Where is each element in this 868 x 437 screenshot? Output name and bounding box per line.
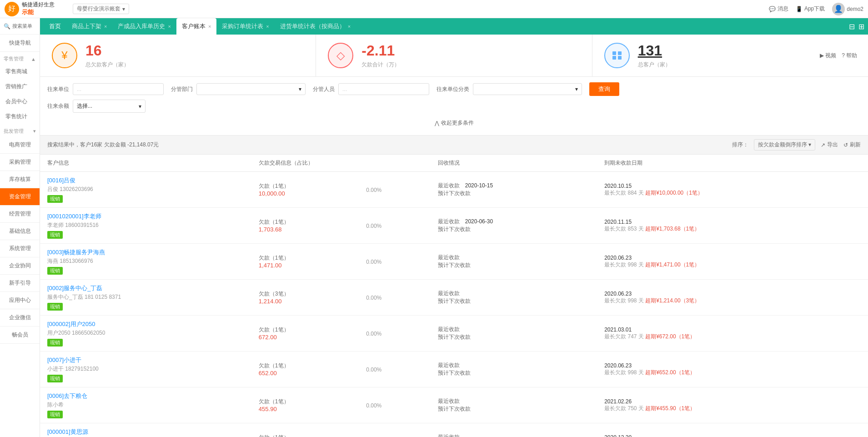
sidebar-item-finance[interactable]: 资金管理 [0,188,40,206]
tab-products-close[interactable]: × [104,24,107,29]
cell-customer-info-7: [000001]黄思源 黄思源 13552700226 现销 [40,423,251,437]
cell-due-date-1: 2020.11.15 最长欠款 853 天 超期¥1,703.68（1笔） [597,208,868,244]
tab-purchase-summary[interactable]: 采购订单统计表 × [216,18,274,35]
sidebar-item-vip[interactable]: 畅会员 [0,326,40,344]
sidebar-item-members[interactable]: 会员中心 [0,94,40,109]
sidebar-item-enterprise-wx[interactable]: 企业微信 [0,309,40,326]
store-selector[interactable]: 母婴行业演示账套 ▾ [73,4,129,14]
export-button[interactable]: ↗ 导出 [821,141,838,149]
help-label: 帮助 [846,52,857,60]
sidebar-item-retail-mgmt[interactable]: 零售管理 ▲ [0,52,40,64]
tab-customer-account-close[interactable]: × [208,24,211,29]
filter-unit-value: ... [77,86,81,92]
customer-table: 客户信息 欠款交易信息（占比） 回收情况 到期未收款日期 [0016]吕俊 吕俊… [40,155,868,437]
search-button[interactable]: 查询 [589,82,619,96]
filter-person-input[interactable]: ... [338,83,429,95]
customer-name-link-0[interactable]: [0016]吕俊 [47,177,75,184]
sidebar-item-retail-stats[interactable]: 零售统计 [0,109,40,124]
help-btn[interactable]: ? 帮助 [842,52,857,60]
sidebar-item-ecommerce[interactable]: 电商管理 [0,136,40,154]
tab-products[interactable]: 商品上下架 × [66,18,112,35]
overdue-link-0[interactable]: 超期¥10,000.00（1笔） [645,190,703,196]
members-label: 会员中心 [5,98,27,105]
overdue-amount-label: 欠款合计（万） [361,61,400,69]
debt-count-6: 欠款（1笔） [259,398,351,406]
tab-purchase-summary-close[interactable]: × [266,24,269,29]
top-bar-right: 💬 消息 📱 App下载 👤 demo2 [769,3,863,15]
sidebar-item-purchase[interactable]: 采购管理 [0,154,40,171]
cell-debt-count-0: 欠款（1笔） 10,000.00 [251,172,359,208]
app-download-button[interactable]: 📱 App下载 [796,5,825,13]
col-due-date: 到期未收款日期 [597,155,868,172]
filter-row-2: 往来余额 选择... ▾ [47,100,861,113]
overdue-link-3[interactable]: 超期¥1,214.00（3笔） [645,297,700,304]
customer-contact-6: 陈小希 [47,401,244,409]
sidebar-item-quick-nav[interactable]: 快捷导航 [0,35,40,52]
overdue-link-2[interactable]: 超期¥1,471.00（1笔） [645,261,700,268]
filter-dept-label: 分管部门 [171,85,193,93]
sidebar-item-inventory[interactable]: 库存核算 [0,171,40,188]
tabs-expand-icon[interactable]: ⊞ [858,22,864,31]
sidebar-item-new-guide[interactable]: 新手引导 [0,275,40,292]
sort-select[interactable]: 按欠款金额倒序排序 ▾ [754,139,815,151]
tab-customer-account[interactable]: 客户账本 × [176,18,216,35]
filter-dept-select[interactable]: ▾ [196,83,306,95]
user-menu-button[interactable]: 👤 demo2 [832,3,863,15]
sidebar-item-basic-info[interactable]: 基础信息 [0,223,40,240]
next-collect-info-6: 预计下次收款 [438,405,590,413]
debt-count-0: 欠款（1笔） [259,182,351,190]
customer-name-link-4[interactable]: [000002]用户2050 [47,321,95,327]
logo-text: 畅捷通好生意 [22,1,55,9]
filter-unit-input[interactable]: ... [73,83,164,95]
customer-name-link-1[interactable]: [0001020001]李老师 [47,213,101,220]
message-button[interactable]: 💬 消息 [769,5,788,13]
sidebar-item-marketing[interactable]: 营销推广 [0,79,40,94]
chevron-down-icon: ▾ [122,6,125,12]
collapse-button[interactable]: ⋀ 收起更多条件 [47,116,861,130]
cell-customer-info-4: [000002]用户2050 用户2050 18665062050 现销 [40,316,251,352]
tabs-minimize-icon[interactable]: ⊟ [849,22,855,31]
chevron-balance-icon: ▾ [139,103,141,110]
video-btn[interactable]: ▶ 视频 [820,52,836,60]
cell-customer-info-2: [0003]畅捷服务尹海燕 海燕 18513066976 现销 [40,244,251,280]
due-date-4: 2021.03.01 [604,326,861,333]
customer-tag-3: 现销 [47,303,63,311]
tab-product-history-close[interactable]: × [168,24,171,29]
cell-debt-count-4: 欠款（1笔） 672.00 [251,316,359,352]
cell-debt-percent-0: 0.00% [359,172,431,208]
customer-name-link-2[interactable]: [0003]畅捷服务尹海燕 [47,249,105,256]
customer-name-link-3[interactable]: [0002]服务中心_丁磊 [47,285,102,291]
sidebar-item-business[interactable]: 经营管理 [0,206,40,223]
cell-debt-percent-5: 0.00% [359,352,431,387]
sidebar-item-system[interactable]: 系统管理 [0,240,40,257]
help-icon: ? [842,52,845,59]
sidebar-item-search[interactable]: 🔍 搜索菜单 [0,18,40,35]
sidebar-item-retail-mall[interactable]: 零售商城 [0,64,40,79]
sidebar-item-batch-mgmt[interactable]: 批发管理 ▾ [0,124,40,136]
overdue-link-5[interactable]: 超期¥652.00（1笔） [645,369,695,376]
tab-product-history[interactable]: 产成品入库单历史 × [112,18,176,35]
table-row: [0016]吕俊 吕俊 13026203696 现销 欠款（1笔） 10,000… [40,172,868,208]
overdue-link-6[interactable]: 超期¥455.90（1笔） [645,405,695,412]
chevron-dept-icon: ▾ [299,86,301,92]
overdue-link-1[interactable]: 超期¥1,703.68（1笔） [645,226,700,232]
filter-category-select[interactable]: ▾ [473,83,582,95]
customer-name-link-6[interactable]: [0006]去下粮仓 [47,392,87,399]
sidebar-item-enterprise[interactable]: 企业协同 [0,257,40,275]
customer-info-5: [0007]小进干 小进干 18279152100 现销 [47,356,244,382]
filter-balance-select[interactable]: 选择... ▾ [73,100,146,113]
cell-debt-percent-6: 0.00% [359,387,431,423]
overdue-link-4[interactable]: 超期¥672.00（1笔） [645,333,695,340]
customer-name-link-5[interactable]: [0007]小进干 [47,357,81,363]
customer-name-link-7[interactable]: [000001]黄思源 [47,428,88,435]
retail-mgmt-label: 零售管理 [4,55,24,62]
refresh-button[interactable]: ↺ 刷新 [843,141,861,149]
overdue-amount-icon: ◇ [328,43,353,68]
sort-value: 按欠款金额倒序排序 [758,141,807,148]
cell-debt-count-3: 欠款（3笔） 1,214.00 [251,280,359,316]
tab-inventory-summary-close[interactable]: × [348,24,351,29]
sidebar-item-app-center[interactable]: 应用中心 [0,292,40,309]
tab-home[interactable]: 首页 [44,18,66,35]
tab-inventory-summary[interactable]: 进货单统计表（按商品） × [275,18,356,35]
refresh-icon: ↺ [843,142,848,148]
